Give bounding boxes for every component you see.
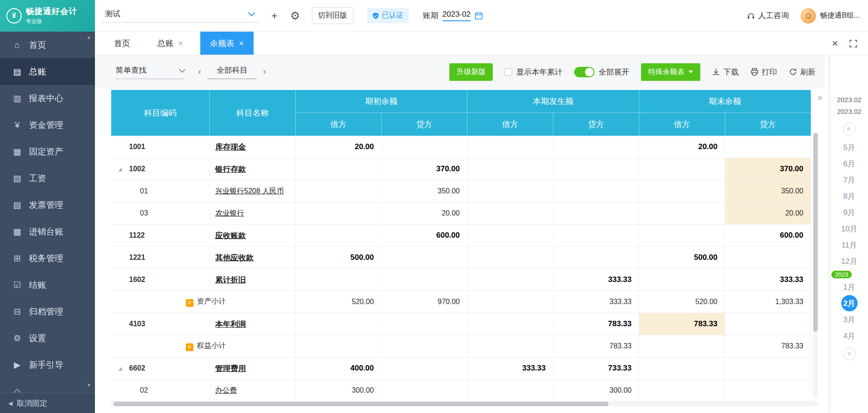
expand-icon[interactable]: ◢ xyxy=(118,366,122,371)
subject-filter[interactable]: 全部科目 xyxy=(208,65,256,79)
sidebar-item-guide[interactable]: ▶新手引导 xyxy=(0,352,95,378)
refresh-button[interactable]: 刷新 xyxy=(789,67,816,77)
scroll-months-down-button[interactable]: « xyxy=(843,347,856,360)
account-name-link[interactable]: 其他应收款 xyxy=(215,253,254,262)
sidebar-item-salary[interactable]: ▧工资 xyxy=(0,165,95,192)
account-name-link[interactable]: 累计折旧 xyxy=(215,276,246,284)
print-button[interactable]: 打印 xyxy=(750,67,777,77)
month-item[interactable]: 12月 xyxy=(840,253,859,269)
sidebar-item-label: 归档管理 xyxy=(29,306,63,318)
month-item[interactable]: 4月 xyxy=(840,328,859,344)
sidebar-scroll-down-icon[interactable]: ▼ xyxy=(86,382,91,388)
month-item[interactable]: 6月 xyxy=(840,155,859,172)
table-row: 03农业银行20.0020.00 xyxy=(111,202,811,225)
switch-old-version-button[interactable]: 切到旧版 xyxy=(312,7,354,24)
sidebar-item-tax[interactable]: ⊞税务管理 xyxy=(0,245,95,272)
sidebar-item-invoice[interactable]: ▨发票管理 xyxy=(0,192,95,218)
expand-all-toggle[interactable] xyxy=(574,67,594,77)
chevron-right-icon[interactable]: › xyxy=(263,67,266,77)
collapse-panel-icon[interactable]: » xyxy=(817,92,822,103)
balance-table-wrap: 科目编码 科目名称 期初余额 本期发生额 期末余额 借方 贷方 借方 贷方 借方… xyxy=(111,89,811,402)
user-menu[interactable]: ☺ 畅捷通B组... xyxy=(801,8,860,23)
gear-icon[interactable]: ⚙ xyxy=(290,10,300,21)
cell-account-name: 其他应收款 xyxy=(210,247,296,269)
month-item[interactable]: 1月 xyxy=(840,279,859,295)
cell-opening-debit xyxy=(296,225,382,247)
sidebar-item-archive[interactable]: ⊟归档管理 xyxy=(0,298,95,325)
account-name-link[interactable]: 农业银行 xyxy=(215,209,244,217)
account-name-link[interactable]: 本年利润 xyxy=(215,320,246,329)
show-ytd-checkbox[interactable] xyxy=(505,68,512,76)
scroll-months-up-button[interactable]: « xyxy=(843,123,856,136)
col-group-opening: 期初余额 xyxy=(296,90,467,113)
cell-closing-debit xyxy=(639,335,725,357)
toolbar-actions: 升级新版 显示本年累计 全部展开 特殊余额表 下载 打印 刷新 xyxy=(449,63,816,81)
tab-general-ledger[interactable]: 总账× xyxy=(147,32,193,55)
month-item[interactable]: 9月 xyxy=(840,204,859,221)
cell-closing-credit: 600.00 xyxy=(725,225,811,247)
period-value: 2023-02 xyxy=(443,10,471,21)
period-picker[interactable]: 账期 2023-02 xyxy=(423,10,483,21)
account-name-link[interactable]: 库存现金 xyxy=(215,143,246,151)
close-tab-icon[interactable]: × xyxy=(178,39,183,47)
search-mode-select[interactable]: 简单查找 xyxy=(116,65,184,79)
table-row: 02办公费300.00300.00 xyxy=(111,380,811,402)
sidebar-item-label: 税务管理 xyxy=(29,253,63,264)
sidebar-item-fixed-assets[interactable]: ▦固定资产 xyxy=(0,138,95,165)
subtotal-label: 权益小计 xyxy=(197,342,226,349)
upgrade-button[interactable]: 升级新版 xyxy=(449,63,493,81)
refresh-icon xyxy=(789,68,797,76)
month-item[interactable]: 5月 xyxy=(840,139,859,155)
cell-current-debit xyxy=(467,335,553,357)
sidebar-item-label: 发票管理 xyxy=(29,199,63,211)
year-badge: 2023 xyxy=(831,271,852,278)
sidebar-menu: ⌂首页▤总账▥报表中心¥资金管理▦固定资产▧工资▨发票管理▩进销台账⊞税务管理☑… xyxy=(0,32,95,405)
unpin-button[interactable]: ◀ 取消固定 xyxy=(0,393,95,413)
close-icon[interactable]: × xyxy=(832,32,838,55)
dropdown-caret-icon xyxy=(689,70,693,73)
account-name-link[interactable]: 银行存款 xyxy=(215,165,246,174)
month-item[interactable]: 2月 xyxy=(841,295,858,311)
sidebar-item-general-ledger[interactable]: ▤总账 xyxy=(0,58,95,85)
sidebar-item-closing[interactable]: ☑结账 xyxy=(0,272,95,298)
sidebar-item-report-center[interactable]: ▥报表中心 xyxy=(0,85,95,112)
account-name-link[interactable]: 应收账款 xyxy=(215,231,246,240)
plus-icon[interactable]: + xyxy=(271,10,278,21)
vertical-scrollbar-thumb[interactable] xyxy=(813,133,818,332)
sidebar-item-home[interactable]: ⌂首页 xyxy=(0,32,95,58)
month-item[interactable]: 11月 xyxy=(840,237,859,253)
expand-icon[interactable]: ◢ xyxy=(118,167,122,172)
month-item[interactable]: 10月 xyxy=(840,221,859,237)
account-set-select[interactable]: 测试 xyxy=(101,9,259,23)
cell-opening-credit: 20.00 xyxy=(382,202,467,225)
sidebar-item-funds[interactable]: ¥资金管理 xyxy=(0,112,95,138)
tab-home[interactable]: 首页 xyxy=(104,32,140,55)
month-item[interactable]: 7月 xyxy=(840,172,859,188)
close-tab-icon[interactable]: × xyxy=(239,39,244,47)
horizontal-scrollbar-thumb[interactable] xyxy=(113,401,609,406)
sidebar-scroll-up-icon[interactable]: ▲ xyxy=(86,34,91,40)
special-balance-button[interactable]: 特殊余额表 xyxy=(641,63,700,81)
sidebar-item-inventory-ledger[interactable]: ▩进销台账 xyxy=(0,218,95,245)
month-item[interactable]: 3月 xyxy=(840,311,859,328)
cell-opening-credit xyxy=(382,335,467,357)
cell-opening-debit: 400.00 xyxy=(296,357,382,380)
sidebar-item-settings[interactable]: ⚙设置 xyxy=(0,325,95,352)
account-name-link[interactable]: 兴业银行5208 人民币 xyxy=(215,187,284,195)
fullscreen-icon[interactable] xyxy=(849,32,857,55)
balance-table: 科目编码 科目名称 期初余额 本期发生额 期末余额 借方 贷方 借方 贷方 借方… xyxy=(111,89,811,402)
chevron-left-icon[interactable]: ‹ xyxy=(198,67,201,77)
certified-badge[interactable]: 已认证 xyxy=(367,8,409,23)
month-item[interactable]: 8月 xyxy=(840,188,859,204)
cell-opening-credit xyxy=(382,357,467,380)
support-button[interactable]: 人工咨询 xyxy=(747,10,789,21)
cell-current-credit xyxy=(553,136,639,158)
account-name-link[interactable]: 管理费用 xyxy=(215,364,246,373)
download-button[interactable]: 下载 xyxy=(712,67,739,77)
tab-balance-sheet[interactable]: 余额表× xyxy=(200,32,254,55)
logo-coin-icon: ¥ xyxy=(6,8,22,23)
search-mode-value: 简单查找 xyxy=(116,65,146,75)
account-name-link[interactable]: 办公费 xyxy=(215,386,237,394)
download-label: 下载 xyxy=(723,67,739,77)
cell-current-debit xyxy=(467,313,553,335)
